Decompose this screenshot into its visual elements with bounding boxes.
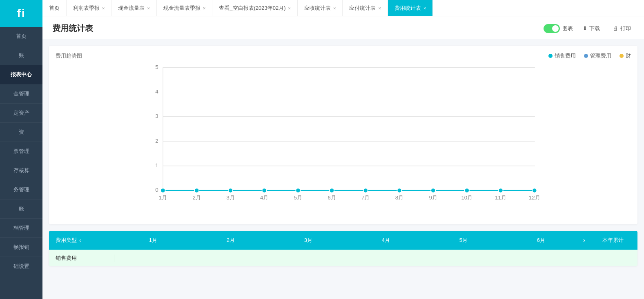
tab-expense[interactable]: 费用统计表 × (388, 0, 433, 16)
page-header: 费用统计表 图表 ⬇ 下载 🖨 打印 (42, 16, 644, 39)
sidebar-logo: fi (0, 0, 42, 27)
chart-section: 费用趋势图 销售费用 管理费用 财 (49, 46, 637, 224)
th-month-1: 1月 (114, 237, 192, 244)
svg-text:6月: 6月 (328, 195, 336, 201)
svg-text:1月: 1月 (159, 195, 167, 201)
chart-svg: 0 1 2 3 4 5 1月 2月 3月 4月 5月 6月 7月 8月 9 (56, 63, 631, 218)
download-button[interactable]: ⬇ 下载 (579, 23, 603, 34)
sidebar-item-home[interactable]: 首页 (0, 27, 42, 46)
svg-point-25 (160, 188, 165, 193)
svg-text:10月: 10月 (461, 195, 472, 201)
sidebar-scroll: 首页 账 报表中心 金管理 定资产 资 票管理 存核算 务管理 账 档管理 畅报… (0, 27, 42, 299)
tab-close-profit[interactable]: × (102, 6, 105, 11)
svg-point-27 (228, 188, 233, 193)
chart-toggle-wrap[interactable]: 图表 (544, 24, 573, 33)
tab-home[interactable]: 首页 (42, 0, 67, 16)
legend-management: 管理费用 (584, 52, 611, 60)
svg-text:2: 2 (155, 138, 158, 144)
svg-text:8月: 8月 (395, 195, 403, 201)
tab-payable[interactable]: 应付统计表 × (343, 0, 388, 16)
tab-profit[interactable]: 利润表季报 × (67, 0, 111, 16)
th-type: 费用类型 ‹ (49, 237, 114, 244)
tab-close-cashflow-q[interactable]: × (203, 6, 205, 11)
td-type: 销售费用 (49, 255, 114, 262)
tab-close-cashflow[interactable]: × (147, 6, 149, 11)
svg-text:11月: 11月 (495, 195, 506, 201)
th-month-4: 4月 (347, 237, 425, 244)
chart-toggle[interactable] (544, 24, 560, 33)
svg-point-34 (465, 188, 469, 193)
sidebar-item-invoice[interactable]: 票管理 (0, 142, 42, 161)
svg-text:2月: 2月 (193, 195, 201, 201)
sidebar-item-business[interactable]: 务管理 (0, 180, 42, 199)
print-icon: 🖨 (613, 25, 618, 31)
tab-receivable[interactable]: 应收统计表 × (298, 0, 343, 16)
chart-title: 费用趋势图 (56, 52, 82, 60)
sidebar: fi 首页 账 报表中心 金管理 定资产 资 票管理 存核算 务管理 账 档管理… (0, 0, 42, 299)
chart-toggle-label: 图表 (562, 25, 573, 32)
download-icon: ⬇ (583, 25, 587, 31)
sidebar-item-settings[interactable]: 础设置 (0, 257, 42, 276)
svg-text:12月: 12月 (529, 195, 540, 201)
svg-text:7月: 7月 (361, 195, 370, 201)
th-arrow-right[interactable]: › (580, 237, 588, 244)
th-month-3: 3月 (270, 237, 347, 244)
print-button[interactable]: 🖨 打印 (610, 23, 634, 34)
sidebar-item-report[interactable]: 报表中心 (0, 65, 42, 84)
tab-cashflow[interactable]: 现金流量表 × (111, 0, 156, 16)
legend-label-finance: 财 (626, 52, 631, 60)
tab-cashflow-q[interactable]: 现金流量表季报 × (157, 0, 212, 16)
svg-text:1: 1 (155, 162, 158, 168)
legend-dot-finance (619, 54, 624, 58)
svg-text:5月: 5月 (294, 195, 302, 201)
svg-text:0: 0 (155, 187, 158, 193)
sidebar-item-archive[interactable]: 档管理 (0, 219, 42, 238)
print-label: 打印 (620, 25, 631, 32)
table-header: 费用类型 ‹ 1月 2月 3月 4月 5月 6月 › 本年累计 (49, 231, 637, 250)
download-label: 下载 (589, 25, 600, 32)
svg-text:4月: 4月 (260, 195, 268, 201)
svg-point-28 (262, 188, 267, 193)
th-year-total: 本年累计 (588, 237, 637, 244)
th-type-label: 费用类型 (56, 237, 77, 244)
svg-point-33 (431, 188, 435, 193)
tab-bar: 首页 利润表季报 × 现金流量表 × 现金流量表季报 × 查看_空白报表(202… (42, 0, 644, 16)
tab-blank[interactable]: 查看_空白报表(2023年02月) × (212, 0, 298, 16)
legend-label-sales: 销售费用 (555, 52, 576, 60)
sidebar-item-account[interactable]: 账 (0, 46, 42, 65)
svg-point-31 (363, 188, 368, 193)
svg-point-26 (194, 188, 199, 193)
page-title: 费用统计表 (52, 23, 93, 34)
legend-finance: 财 (619, 52, 631, 60)
sidebar-item-finance[interactable]: 金管理 (0, 84, 42, 104)
chart-header: 费用趋势图 销售费用 管理费用 财 (56, 52, 631, 60)
legend-dot-sales (548, 54, 553, 58)
svg-point-30 (330, 188, 334, 193)
chart-container: 0 1 2 3 4 5 1月 2月 3月 4月 5月 6月 7月 8月 9 (56, 63, 631, 218)
table-row: 销售费用 (49, 250, 637, 266)
th-month-2: 2月 (192, 237, 270, 244)
main-area: 首页 利润表季报 × 现金流量表 × 现金流量表季报 × 查看_空白报表(202… (42, 0, 644, 299)
sidebar-item-capital[interactable]: 资 (0, 123, 42, 142)
svg-text:4: 4 (155, 89, 158, 95)
tab-close-blank[interactable]: × (288, 6, 291, 11)
tab-close-receivable[interactable]: × (333, 6, 336, 11)
svg-point-29 (296, 188, 300, 193)
svg-point-35 (499, 188, 503, 193)
sidebar-item-expense-report[interactable]: 畅报销 (0, 238, 42, 257)
sidebar-item-inventory[interactable]: 存核算 (0, 161, 42, 180)
svg-point-32 (397, 188, 401, 193)
tab-close-expense[interactable]: × (423, 6, 426, 11)
expense-table: 费用类型 ‹ 1月 2月 3月 4月 5月 6月 › 本年累计 销售费用 (49, 231, 637, 266)
legend-label-management: 管理费用 (590, 52, 611, 60)
th-month-6: 6月 (502, 237, 580, 244)
svg-point-36 (532, 188, 537, 193)
svg-text:3: 3 (155, 113, 158, 119)
content-area: 费用统计表 图表 ⬇ 下载 🖨 打印 费用趋势图 (42, 16, 644, 299)
th-arrow-left[interactable]: ‹ (79, 237, 81, 244)
sidebar-item-assets[interactable]: 定资产 (0, 104, 42, 123)
sidebar-item-ledger[interactable]: 账 (0, 199, 42, 219)
legend-sales: 销售费用 (548, 52, 576, 60)
tab-close-payable[interactable]: × (378, 6, 381, 11)
legend-dot-management (584, 54, 588, 58)
